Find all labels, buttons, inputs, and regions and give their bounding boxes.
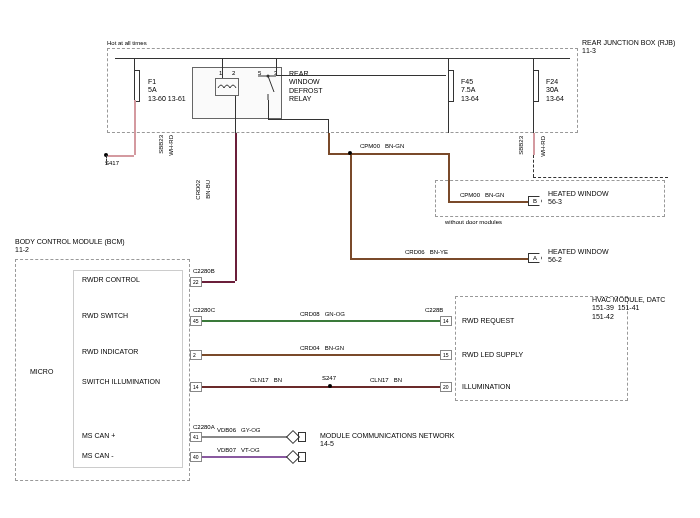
relay-p5-inner2 (268, 119, 328, 120)
pin-14-1: 14 (190, 382, 202, 392)
sbb23-2-label: SBB23 (518, 136, 525, 155)
wire-crd06-v (350, 153, 352, 258)
wire-crd08 (202, 320, 440, 322)
node-cpm-branch (348, 151, 352, 155)
heated-window-a-pentagon: A (528, 253, 542, 263)
wire-f45-inner (448, 100, 449, 133)
cpm00-1-label: CPM00 BN-GN (360, 143, 404, 150)
wire-cpm00-v (328, 133, 330, 153)
wire-sbb23-r (533, 133, 535, 155)
pin-40: 40 (190, 452, 202, 462)
nodoor-label: without door modules (445, 219, 502, 226)
fuse-f1 (128, 70, 144, 100)
relay-p5-inner3 (328, 119, 329, 133)
bcm-rwdr: RWDR CONTROL (82, 276, 140, 284)
hvac-title: HVAC MODULE, DATC151-39 151-41151-42 (592, 296, 665, 321)
fuse-f1-label: F15A13-60 13-61 (148, 78, 186, 103)
fuse-f45-label: F457.5A13-64 (461, 78, 479, 103)
wire-cln17 (202, 386, 440, 388)
crd08-label: CRD08 GN-OG (300, 311, 345, 318)
wire-vdb06 (202, 436, 287, 438)
pin-15: 15 (440, 350, 452, 360)
bcm-sw: RWD SWITCH (82, 312, 128, 320)
can-p-symbol (288, 432, 304, 440)
vdb06-label: VDB06 GY-OG (217, 427, 260, 434)
rjb-title: REAR JUNCTION BOX (RJB)11-3 (582, 39, 675, 56)
fuse-f24 (527, 70, 543, 100)
pin-41: 41 (190, 432, 202, 442)
sbb23-1-label: SBB23 (158, 135, 165, 154)
crd02-to-pin22 (202, 281, 235, 283)
bcm-title: BODY CONTROL MODULE (BCM)11-2 (15, 238, 125, 255)
hot-label: Hot at all times (107, 40, 147, 47)
bcm-ind: RWD INDICATOR (82, 348, 138, 356)
f24-top (533, 58, 534, 70)
hvac-req: RWD REQUEST (462, 317, 514, 325)
pin-2: 2 (190, 350, 202, 360)
c228b-label: C228B (425, 307, 443, 314)
wire-crd02-v (235, 133, 237, 281)
wire-cpm00-h1 (328, 153, 448, 155)
pin-45: 45 (190, 316, 202, 326)
c2280c-label: C2280C (193, 307, 215, 314)
f1-top (134, 58, 135, 70)
relay-p3-to-f45-wire (276, 75, 446, 76)
heated-window-a-label: HEATED WINDOW56-2 (548, 248, 609, 265)
bcm-micro: MICRO (30, 368, 53, 376)
whrd-2-label: WH-RD (540, 136, 547, 157)
bcm-canp: MS CAN + (82, 432, 115, 440)
s247-label: S247 (322, 375, 336, 382)
rjb-bus (115, 58, 570, 59)
relay-coil (215, 78, 239, 96)
wire-vdb07 (202, 456, 287, 458)
bcm-cann: MS CAN - (82, 452, 114, 460)
s417-dashed (106, 155, 107, 165)
hvac-illum: ILLUMINATION (462, 383, 511, 391)
relay-coil-out-inner (235, 96, 236, 133)
f24-down-inner (533, 100, 534, 133)
cln17-2-label: CLN17 BN (370, 377, 402, 384)
nodoor-box (435, 180, 665, 217)
bnbu-label: BN-BU (205, 180, 212, 199)
svg-point-3 (267, 75, 270, 78)
can-n-symbol (288, 452, 304, 460)
svg-line-1 (268, 76, 274, 92)
bcm-illum: SWITCH ILLUMINATION (82, 378, 160, 386)
crd06-label: CRD06 BN-YE (405, 249, 448, 256)
f24-dashed (533, 155, 534, 177)
whrd-1-label: WH-RD (168, 135, 175, 156)
wire-crd06-h (350, 258, 528, 260)
f24-dashed-h (533, 177, 668, 178)
hvac-led: RWD LED SUPPLY (462, 351, 523, 359)
relay-p5: 5 (258, 70, 261, 77)
s247-node (328, 384, 332, 388)
vdb07-label: VDB07 VT-OG (217, 447, 260, 454)
pin-22: 22 (190, 277, 202, 287)
wire-crd04 (202, 354, 440, 356)
mcn-label: MODULE COMMUNICATIONS NETWORK14-5 (320, 432, 454, 449)
pin-14-2: 14 (440, 316, 452, 326)
s417-label: S417 (105, 160, 119, 167)
c2280b-label: C2280B (193, 268, 215, 275)
f45-top (448, 58, 449, 70)
wire-s417-h (108, 155, 134, 157)
relay-p5-inner1 (268, 100, 269, 119)
c2280a-label: C2280A (193, 424, 215, 431)
relay-coil-top-wire (222, 58, 223, 78)
cln17-1-label: CLN17 BN (250, 377, 282, 384)
wire-f1-s417 (134, 100, 136, 155)
relay-p3-top-wire (276, 58, 277, 75)
crd04-label: CRD04 BN-GN (300, 345, 344, 352)
fuse-f24-label: F2430A13-64 (546, 78, 564, 103)
relay-p2: 2 (232, 70, 235, 77)
crd02-label: CRD02 (195, 180, 202, 200)
pin-20: 20 (440, 382, 452, 392)
